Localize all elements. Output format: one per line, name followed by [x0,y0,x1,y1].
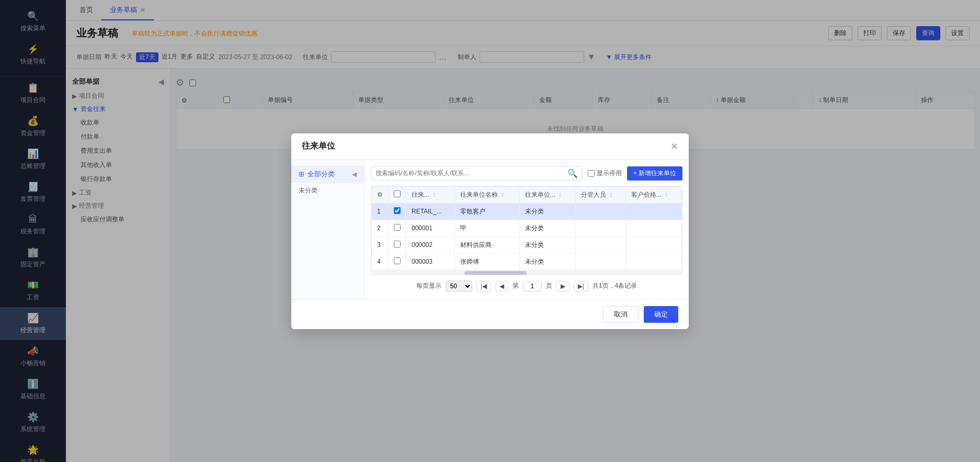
dialog-footer: 取消 确定 [291,299,689,329]
row-checkbox[interactable] [394,257,401,264]
row-category: 未分类 [519,220,575,236]
pagination-total: 共1页，4条记录 [592,281,637,290]
dlg-th-settings: ⚙ [372,186,389,203]
pagination-page-suffix: 页 [546,281,552,290]
row-manager [575,253,625,270]
confirm-button[interactable]: 确定 [644,306,678,323]
dialog-close-button[interactable]: ✕ [670,141,678,152]
row-settings: 3 [372,236,389,253]
row-check[interactable] [389,253,406,270]
row-settings: 1 [372,203,389,220]
collapse-categories-btn[interactable]: ◀ [352,171,357,178]
row-checkbox[interactable] [394,207,401,214]
grid-icon: ⊞ [299,170,304,178]
row-manager [575,220,625,236]
pagination-next-btn[interactable]: ▶ [556,281,569,291]
dialog: 往来单位 ✕ ⊞ 全部分类 ◀ 未分类 [291,133,689,329]
dialog-scrollbar-thumb [464,271,527,275]
dlg-th-price: 客户价格... ↕ [625,186,681,203]
row-price [625,220,681,236]
dialog-scrollbar[interactable] [371,271,682,275]
row-code: 000002 [406,236,455,253]
dialog-search-box: 🔍 [371,166,583,181]
show-disabled-label: 显示停用 [588,169,622,178]
row-category: 未分类 [519,253,575,270]
row-check[interactable] [389,220,406,236]
dialog-header: 往来单位 ✕ [291,133,689,160]
dialog-table-header: ⚙ 往来... ↕ 往来单位名称 ↕ 往来单位... ↕ 分管人员 ↕ 客户价格… [372,186,682,203]
dialog-toolbar: 🔍 显示停用 + 新增往来单位 [371,166,682,181]
dlg-th-check [389,186,406,203]
row-name: 张师傅 [454,253,519,270]
show-disabled-text: 显示停用 [597,169,622,178]
dialog-table-wrap: ⚙ 往来... ↕ 往来单位名称 ↕ 往来单位... ↕ 分管人员 ↕ 客户价格… [371,186,682,275]
dialog-pagination: 每页显示 50 100 |◀ ◀ 第 页 ▶ ▶| 共1页，4条记录 [371,275,682,293]
row-price [625,253,681,270]
row-check[interactable] [389,236,406,253]
row-checkbox[interactable] [394,241,401,247]
dialog-body: ⊞ 全部分类 ◀ 未分类 🔍 显示停 [291,160,689,299]
dlg-th-manager: 分管人员 ↕ [575,186,625,203]
row-manager [575,236,625,253]
pagination-page-label: 第 [512,281,519,290]
row-price [625,203,681,220]
pagination-page-input[interactable] [523,281,542,291]
dialog-search-input[interactable] [375,170,564,177]
row-checkbox[interactable] [394,224,401,231]
dialog-right-panel: 🔍 显示停用 + 新增往来单位 ⚙ [364,160,689,299]
dialog-category-all-label: 全部分类 [307,170,335,179]
row-code: RETAIL_... [406,203,455,220]
dlg-th-code: 往来... ↕ [406,186,455,203]
row-code: 000001 [406,220,455,236]
add-partner-button[interactable]: + 新增往来单位 [627,166,682,181]
dlg-th-name: 往来单位名称 ↕ [454,186,519,203]
row-settings: 2 [372,220,389,236]
dialog-category-unclassified-label: 未分类 [299,187,317,194]
overlay: 往来单位 ✕ ⊞ 全部分类 ◀ 未分类 [0,0,980,462]
row-settings: 4 [372,253,389,270]
cancel-button[interactable]: 取消 [603,306,639,323]
dialog-table-row[interactable]: 3 000002 材料供应商 未分类 [372,236,682,253]
row-check[interactable] [389,203,406,220]
row-category: 未分类 [519,203,575,220]
dlg-th-category: 往来单位... ↕ [519,186,575,203]
dialog-table: ⚙ 往来... ↕ 往来单位名称 ↕ 往来单位... ↕ 分管人员 ↕ 客户价格… [371,186,682,271]
search-icon: 🔍 [567,168,578,178]
dialog-category-all[interactable]: ⊞ 全部分类 ◀ [291,165,364,183]
pagination-first-btn[interactable]: |◀ [476,281,491,291]
dialog-title: 往来单位 [302,141,335,152]
pagination-per-page-label: 每页显示 [416,281,441,290]
row-name: 材料供应商 [454,236,519,253]
show-disabled-checkbox[interactable] [588,170,595,177]
dialog-category-unclassified[interactable]: 未分类 [291,183,364,198]
dlg-th-checkbox[interactable] [394,190,401,197]
row-code: 000003 [406,253,455,270]
dialog-table-row[interactable]: 2 000001 甲 未分类 [372,220,682,236]
row-name: 零散客户 [454,203,519,220]
row-name: 甲 [454,220,519,236]
pagination-per-page-select[interactable]: 50 100 [446,280,472,292]
row-category: 未分类 [519,236,575,253]
dialog-table-row[interactable]: 4 000003 张师傅 未分类 [372,253,682,270]
row-manager [575,203,625,220]
dialog-table-row[interactable]: 1 RETAIL_... 零散客户 未分类 [372,203,682,220]
row-price [625,236,681,253]
pagination-last-btn[interactable]: ▶| [574,281,588,291]
pagination-prev-btn[interactable]: ◀ [495,281,508,291]
dialog-categories: ⊞ 全部分类 ◀ 未分类 [291,160,364,299]
